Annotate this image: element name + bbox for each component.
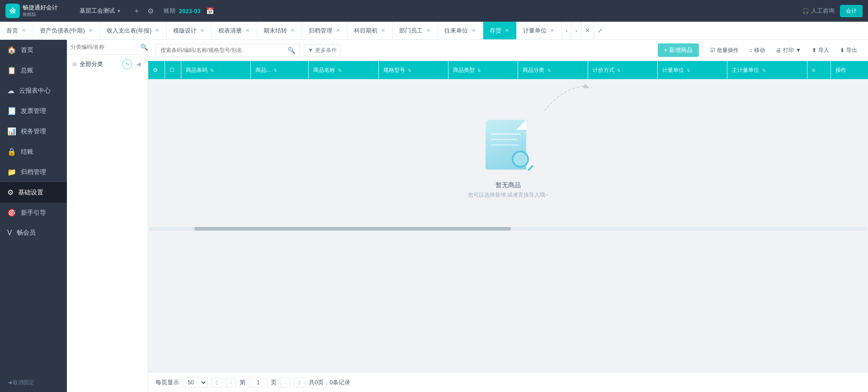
company-selector[interactable]: 基层工会测试 ▼ [76, 5, 125, 17]
sidebar-unpin-button[interactable]: ◄取消固定 [0, 373, 67, 392]
batch-button[interactable]: ☑ 批量操作 [707, 44, 742, 57]
import-label: 导入 [818, 47, 829, 54]
category-search-input[interactable] [71, 44, 138, 50]
add-product-button[interactable]: + 新增商品 [658, 43, 699, 57]
th-col11-label: ≡ [812, 67, 815, 73]
tab-subject-close[interactable]: ✕ [380, 27, 386, 34]
sidebar-item-cloud[interactable]: ☁ 云报表中心 [0, 80, 67, 101]
tab-home[interactable]: 首页 ✕ [0, 22, 33, 40]
tab-balance[interactable]: 资产负债表(中期) ✕ [33, 22, 100, 40]
scrollbar-track [149, 227, 867, 231]
th-unit[interactable]: 计量单位 ⇅ [658, 61, 727, 79]
tab-period-end-close[interactable]: ✕ [290, 27, 296, 34]
th-main-unit[interactable]: 主计量单位 ⇅ [727, 61, 807, 79]
print-button[interactable]: 🖨 打印 ▼ [772, 44, 805, 57]
tab-close-all[interactable]: ✕ [581, 22, 594, 40]
tab-dept[interactable]: 部门员工 ✕ [393, 22, 438, 40]
tab-nav-right[interactable]: › [572, 22, 581, 40]
member-icon: V [7, 229, 12, 237]
product-search-input[interactable] [160, 47, 285, 53]
th-type[interactable]: 商品类型 ⇅ [448, 61, 518, 79]
sidebar-item-cloud-label: 云报表中心 [19, 87, 51, 95]
sidebar-item-archive[interactable]: 📁 归档管理 [0, 162, 67, 182]
sidebar-item-guide[interactable]: 🎯 新手引导 [0, 203, 67, 223]
product-search-icon[interactable]: 🔍 [288, 47, 295, 54]
th-category[interactable]: 商品分类 ⇅ [518, 61, 588, 79]
page-size-label: 每页显示 [156, 378, 179, 387]
tab-income[interactable]: 收入支出表(年报) ✕ [100, 22, 167, 40]
move-button[interactable]: ↕ 移动 [746, 44, 769, 57]
tab-template-label: 模版设计 [173, 27, 197, 35]
export-icon: ⬇ [840, 47, 844, 53]
tab-tax-close[interactable]: ✕ [245, 27, 250, 34]
th-name[interactable]: 商品名称 ⇅ [309, 61, 378, 79]
tab-subject[interactable]: 科目期初 ✕ [348, 22, 393, 40]
tab-contact-close[interactable]: ✕ [471, 27, 476, 34]
tab-nav-left[interactable]: ‹ [562, 22, 571, 40]
tab-tax[interactable]: 税表清册 ✕ [212, 22, 257, 40]
tab-template[interactable]: 模版设计 ✕ [167, 22, 212, 40]
collapse-panel-button[interactable]: ◀ [135, 60, 142, 68]
sidebar-item-tax[interactable]: 📊 税务管理 [0, 121, 67, 142]
category-edit-button[interactable]: ✎ [122, 59, 132, 69]
consult-label: 人工咨询 [811, 7, 835, 15]
tab-expand[interactable]: ⤢ [594, 22, 606, 40]
tab-period-end[interactable]: 期末结转 ✕ [257, 22, 302, 40]
add-tab-button[interactable]: ＋ [130, 5, 143, 18]
import-button[interactable]: ⬆ 导入 [808, 44, 833, 57]
category-search-icon[interactable]: 🔍 [140, 43, 148, 51]
page-first-button[interactable]: ⟪ [211, 378, 222, 387]
sidebar-item-settings[interactable]: ⚙ 基础设置 [0, 182, 67, 203]
th-col11[interactable]: ≡ [807, 61, 831, 79]
th-code[interactable]: 商品... ⇅ [250, 61, 308, 79]
filter-button[interactable]: ▼ 更多条件 [304, 44, 341, 57]
tab-home-close[interactable]: ✕ [21, 27, 27, 34]
tab-measure-close[interactable]: ✕ [549, 27, 555, 34]
user-badge[interactable]: 会计 [840, 5, 863, 17]
sidebar-item-home[interactable]: 🏠 首页 [0, 40, 67, 60]
th-settings[interactable]: ⚙ [148, 61, 165, 79]
tab-dept-close[interactable]: ✕ [425, 27, 431, 34]
settings-button[interactable]: ⚙ [145, 5, 156, 17]
calendar-icon[interactable]: 📅 [206, 7, 214, 14]
sidebar-item-ledger[interactable]: 📋 总账 [0, 60, 67, 80]
th-checkbox[interactable]: ☐ [165, 61, 181, 79]
tab-archive-close[interactable]: ✕ [335, 27, 341, 34]
page-size-select[interactable]: 10 20 50 100 [183, 377, 208, 388]
print-label: 打印 [783, 47, 794, 54]
export-button[interactable]: ⬇ 导出 [836, 44, 861, 57]
tab-archive[interactable]: 归档管理 ✕ [302, 22, 348, 40]
tab-template-close[interactable]: ✕ [199, 27, 205, 34]
th-price-method[interactable]: 计价方式 ⇅ [588, 61, 657, 79]
horizontal-scrollbar[interactable] [148, 226, 868, 231]
tab-balance-close[interactable]: ✕ [88, 27, 94, 34]
magnify-icon [512, 151, 535, 174]
tab-inventory-close[interactable]: ✕ [504, 27, 510, 34]
th-spec[interactable]: 规格型号 ⇅ [378, 61, 448, 79]
company-dropdown-icon: ▼ [117, 9, 121, 14]
page-unit: 页 [271, 378, 277, 387]
tab-contact[interactable]: 往来单位 ✕ [438, 22, 483, 40]
sidebar-item-close[interactable]: 🔒 结账 [0, 142, 67, 162]
tab-measure[interactable]: 计量单位 ✕ [517, 22, 562, 40]
sidebar-item-settings-label: 基础设置 [18, 189, 43, 197]
tab-inventory[interactable]: 存货 ✕ [483, 22, 517, 40]
sidebar-item-member[interactable]: V 畅会员 [0, 223, 67, 243]
invoice-icon: 🧾 [7, 107, 16, 115]
th-unit-label: 计量单位 [662, 67, 684, 73]
all-category-label[interactable]: 全部分类 [80, 60, 103, 68]
scrollbar-thumb[interactable] [194, 227, 511, 231]
consult-icon: 🎧 [802, 8, 809, 14]
pagination-bar: 每页显示 10 20 50 100 ⟪ ‹ 第 页 › ⟫ 共0页，0条记录 [148, 372, 868, 392]
sidebar-item-invoice[interactable]: 🧾 发票管理 [0, 101, 67, 121]
th-barcode[interactable]: 商品条码 ⇅ [181, 61, 250, 79]
tab-income-close[interactable]: ✕ [154, 27, 160, 34]
page-next-button[interactable]: › [280, 378, 290, 387]
consult-button[interactable]: 🎧 人工咨询 [802, 7, 835, 15]
page-prev-button[interactable]: ‹ [226, 378, 236, 387]
export-label: 导出 [846, 47, 857, 54]
page-last-button[interactable]: ⟫ [294, 378, 305, 387]
search-box: 🔍 [156, 44, 300, 57]
home-icon: 🏠 [7, 46, 16, 54]
page-input[interactable] [249, 378, 267, 387]
